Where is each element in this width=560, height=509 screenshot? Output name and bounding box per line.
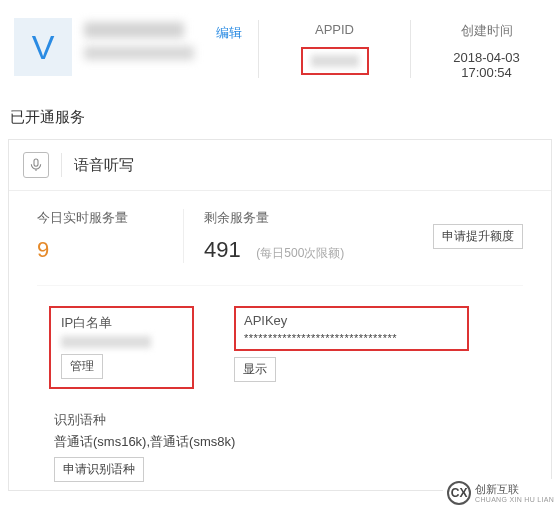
edit-link[interactable]: 编辑 <box>216 18 242 42</box>
apikey-value: ******************************** <box>244 332 459 344</box>
today-usage-label: 今日实时服务量 <box>37 209 177 227</box>
language-label: 识别语种 <box>54 411 523 429</box>
remaining-value: 491 <box>204 237 241 262</box>
ip-whitelist-box: IP白名单 管理 <box>49 306 194 389</box>
footer-logo: CX 创新互联 CHUANG XIN HU LIAN <box>443 479 558 507</box>
created-value: 2018-04-03 17:00:54 <box>427 50 546 80</box>
service-title: 语音听写 <box>74 156 134 175</box>
upgrade-quota-button[interactable]: 申请提升额度 <box>433 224 523 249</box>
microphone-icon <box>23 152 49 178</box>
section-title: 已开通服务 <box>0 98 560 139</box>
app-desc-redacted <box>84 46 194 60</box>
divider <box>61 153 62 177</box>
logo-subtext: CHUANG XIN HU LIAN <box>475 496 554 503</box>
app-name-block <box>84 18 204 60</box>
svg-rect-0 <box>34 159 38 166</box>
logo-icon: CX <box>447 481 471 505</box>
logo-text: 创新互联 <box>475 483 554 495</box>
appid-redacted <box>311 55 359 67</box>
service-card: 语音听写 今日实时服务量 9 剩余服务量 491 (每日500次限额) 申请提升… <box>8 139 552 491</box>
divider <box>37 285 523 286</box>
quota-note: (每日500次限额) <box>256 246 344 260</box>
language-values: 普通话(sms16k),普通话(sms8k) <box>54 433 523 451</box>
created-label: 创建时间 <box>427 22 546 40</box>
apikey-box: APIKey ******************************** <box>234 306 469 351</box>
appid-value-box <box>301 47 369 75</box>
app-name-redacted <box>84 22 184 38</box>
apikey-label: APIKey <box>244 313 459 328</box>
appid-label: APPID <box>275 22 394 37</box>
divider <box>183 209 184 263</box>
apply-language-button[interactable]: 申请识别语种 <box>54 457 144 482</box>
manage-ip-button[interactable]: 管理 <box>61 354 103 379</box>
divider <box>258 20 259 78</box>
ip-value-redacted <box>61 336 151 348</box>
ip-whitelist-label: IP白名单 <box>61 314 182 332</box>
remaining-label: 剩余服务量 <box>204 209 433 227</box>
divider <box>410 20 411 78</box>
show-apikey-button[interactable]: 显示 <box>234 357 276 382</box>
today-usage-value: 9 <box>37 237 177 263</box>
avatar: V <box>14 18 72 76</box>
